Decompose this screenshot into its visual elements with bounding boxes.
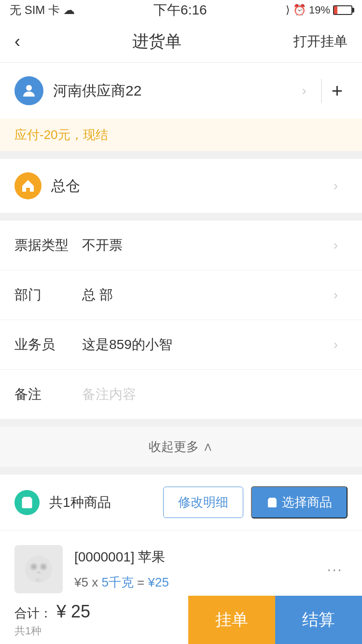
person-icon xyxy=(20,82,38,99)
checkout-button[interactable]: 结算 xyxy=(275,596,362,644)
form-section: 票据类型 不开票 › 部门 总 部 › 业务员 这是859的小智 › 备注 备注… xyxy=(0,221,362,419)
status-left: 无 SIM 卡 ☁ xyxy=(10,2,75,18)
total-value: ¥ 25 xyxy=(56,602,90,621)
battery-text: 19% xyxy=(309,4,330,16)
product-price: ¥5 x 5千克 = ¥25 xyxy=(74,574,322,591)
product-thumbnail: 智+ xyxy=(14,545,63,593)
total-section: 合计： ¥ 25 共1种 xyxy=(0,602,188,638)
warehouse-chevron-icon: › xyxy=(334,178,338,194)
products-section: 共1种商品 修改明细 选择商品 xyxy=(0,475,362,607)
supplier-section: 河南供应商22 › + 应付-20元，现结 xyxy=(0,63,362,151)
battery-icon xyxy=(333,5,352,15)
sim-text: 无 SIM 卡 ☁ xyxy=(10,2,75,18)
total-label: 合计： xyxy=(14,606,52,620)
equals-sign: = xyxy=(137,575,148,589)
department-label: 部门 xyxy=(14,286,72,304)
select-product-label: 选择商品 xyxy=(282,494,332,511)
shopping-bag-icon xyxy=(20,496,34,509)
product-code: [0000001] xyxy=(74,549,135,564)
svg-point-0 xyxy=(26,85,32,91)
supplier-avatar xyxy=(14,76,43,105)
back-button[interactable]: ‹ xyxy=(14,31,20,52)
invoice-label: 票据类型 xyxy=(14,236,72,254)
status-time: 下午6:16 xyxy=(153,1,207,19)
product-image: 智+ xyxy=(22,552,56,586)
invoice-chevron-icon: › xyxy=(334,238,338,253)
more-options-button[interactable]: ··· xyxy=(322,556,348,583)
supplier-chevron-icon: › xyxy=(302,83,306,98)
alarm-icon: ⏰ xyxy=(293,4,306,16)
open-hang-button[interactable]: 打开挂单 xyxy=(293,32,348,51)
modify-detail-button[interactable]: 修改明细 xyxy=(163,487,243,518)
product-count-text: 共1种商品 xyxy=(49,493,163,512)
hang-button[interactable]: 挂单 xyxy=(188,596,275,644)
invoice-row[interactable]: 票据类型 不开票 › xyxy=(0,221,362,270)
unit-price: ¥5 xyxy=(74,575,88,589)
product-count-icon xyxy=(14,490,40,515)
page-title: 进货单 xyxy=(132,30,181,53)
invoice-value: 不开票 xyxy=(72,236,334,254)
home-icon xyxy=(20,178,36,194)
product-info: [0000001] 苹果 ¥5 x 5千克 = ¥25 xyxy=(74,548,322,591)
remark-row[interactable]: 备注 备注内容 xyxy=(0,370,362,419)
warehouse-icon xyxy=(14,172,42,199)
collapse-bar[interactable]: 收起更多 ∧ xyxy=(0,427,362,467)
department-value: 总 部 xyxy=(72,286,334,304)
supplier-name: 河南供应商22 xyxy=(53,81,302,101)
status-bar: 无 SIM 卡 ☁ 下午6:16 ⟩ ⏰ 19% xyxy=(0,0,362,20)
warehouse-name: 总仓 xyxy=(51,176,334,196)
divider xyxy=(321,79,322,103)
remark-label: 备注 xyxy=(14,385,72,404)
department-chevron-icon: › xyxy=(334,287,338,303)
add-supplier-button[interactable]: + xyxy=(327,80,348,102)
salesman-chevron-icon: › xyxy=(334,337,338,352)
total-count: 共1种 xyxy=(14,624,174,638)
item-total: ¥25 xyxy=(148,575,169,589)
svg-point-8 xyxy=(42,566,44,568)
svg-point-7 xyxy=(33,566,35,568)
salesman-value: 这是859的小智 xyxy=(72,336,334,354)
supplier-row[interactable]: 河南供应商22 › + xyxy=(0,63,362,119)
status-right: ⟩ ⏰ 19% xyxy=(286,4,352,16)
more-dots-icon: ··· xyxy=(327,560,343,578)
department-row[interactable]: 部门 总 部 › xyxy=(0,270,362,320)
quantity: 5千克 xyxy=(101,575,133,589)
multiply-sign: x xyxy=(92,575,101,589)
total-amount: 合计： ¥ 25 xyxy=(14,602,174,622)
svg-text:智+: 智+ xyxy=(36,578,42,582)
nav-bar: ‹ 进货单 打开挂单 xyxy=(0,20,362,63)
bottom-bar: 合计： ¥ 25 共1种 挂单 结算 xyxy=(0,596,362,644)
product-name: [0000001] 苹果 xyxy=(74,548,322,566)
salesman-label: 业务员 xyxy=(14,336,72,354)
warehouse-section[interactable]: 总仓 › xyxy=(0,159,362,213)
remark-input[interactable]: 备注内容 xyxy=(72,385,348,404)
products-header: 共1种商品 修改明细 选择商品 xyxy=(0,475,362,531)
cart-icon xyxy=(266,497,278,508)
content-area: 河南供应商22 › + 应付-20元，现结 总仓 › 票据类型 不开票 › 部门… xyxy=(0,63,362,644)
notice-bar: 应付-20元，现结 xyxy=(0,119,362,151)
location-icon: ⟩ xyxy=(286,4,290,16)
product-title: 苹果 xyxy=(138,549,165,564)
select-product-button[interactable]: 选择商品 xyxy=(251,486,348,518)
salesman-row[interactable]: 业务员 这是859的小智 › xyxy=(0,320,362,370)
